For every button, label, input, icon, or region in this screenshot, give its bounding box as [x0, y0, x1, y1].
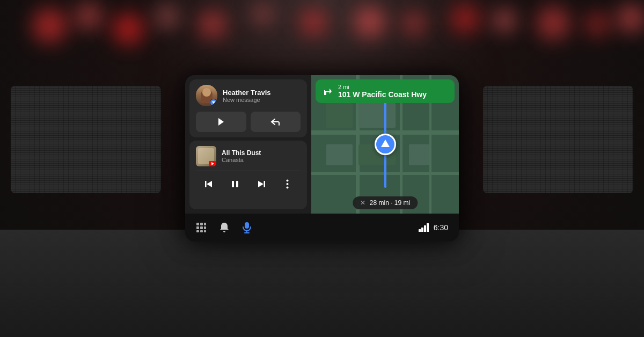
reply-message-button[interactable]	[251, 112, 301, 132]
next-track-button[interactable]	[253, 175, 270, 193]
svg-rect-14	[200, 226, 203, 229]
svg-rect-15	[204, 226, 206, 229]
svg-point-7	[287, 180, 289, 182]
map-block	[358, 103, 396, 128]
time-display: 6:30	[434, 223, 448, 232]
music-header: All This Dust Canasta	[196, 146, 301, 166]
eta-badge: ✕ 28 min · 19 mi	[353, 196, 418, 209]
map-block	[326, 103, 353, 128]
message-badge-icon	[210, 99, 217, 106]
message-info: Heather Travis New message	[223, 89, 301, 103]
infotainment-screen: Heather Travis New message	[185, 75, 459, 241]
svg-rect-24	[424, 225, 426, 232]
map-block	[409, 144, 430, 165]
svg-rect-17	[200, 230, 203, 232]
signal-icon	[419, 223, 429, 232]
message-subtitle: New message	[223, 97, 301, 103]
microphone-icon[interactable]	[242, 222, 252, 233]
message-actions	[196, 112, 301, 132]
svg-rect-10	[196, 223, 199, 225]
location-marker	[375, 134, 396, 155]
svg-rect-1	[205, 181, 207, 187]
map-block	[326, 144, 353, 165]
prev-track-button[interactable]	[200, 175, 217, 193]
bottom-bar: 6:30	[185, 214, 459, 241]
more-options-button[interactable]	[279, 175, 296, 193]
svg-rect-6	[264, 181, 265, 187]
navigation-arrow-icon	[381, 140, 390, 147]
svg-rect-25	[427, 223, 429, 232]
eta-text: 28 min · 19 mi	[370, 199, 410, 207]
nav-distance: 2 mi	[338, 84, 448, 90]
svg-point-9	[287, 187, 289, 189]
svg-rect-22	[419, 229, 421, 232]
eta-close-icon[interactable]: ✕	[360, 199, 365, 207]
svg-rect-23	[421, 228, 423, 232]
notifications-icon[interactable]	[219, 222, 229, 233]
song-title: All This Dust	[222, 149, 301, 157]
music-controls	[196, 175, 301, 193]
music-divider	[196, 171, 301, 171]
pause-button[interactable]	[226, 175, 244, 193]
svg-point-8	[287, 183, 289, 185]
nav-street: 101 W Pacific Coast Hwy	[338, 90, 448, 99]
bokeh-lights	[0, 0, 644, 86]
svg-marker-0	[218, 118, 224, 126]
svg-marker-2	[207, 181, 212, 187]
apps-icon[interactable]	[196, 222, 207, 233]
avatar	[196, 85, 217, 106]
svg-marker-5	[258, 181, 264, 187]
album-art	[196, 146, 216, 166]
nav-info: 2 mi 101 W Pacific Coast Hwy	[338, 84, 448, 99]
dashboard	[0, 230, 644, 337]
youtube-badge-icon	[209, 161, 216, 166]
turn-icon	[322, 85, 334, 97]
message-card: Heather Travis New message	[189, 79, 307, 137]
play-message-button[interactable]	[196, 112, 246, 132]
main-content-area: Heather Travis New message	[185, 75, 459, 214]
message-header: Heather Travis New message	[196, 85, 301, 106]
speaker-left	[11, 86, 161, 193]
contact-name: Heather Travis	[223, 89, 301, 97]
music-card: All This Dust Canasta	[189, 141, 307, 209]
svg-rect-12	[204, 223, 206, 225]
screen-content: Heather Travis New message	[185, 75, 459, 241]
left-panel: Heather Travis New message	[185, 75, 311, 214]
svg-rect-16	[196, 230, 199, 232]
svg-rect-13	[196, 226, 199, 229]
map-panel: 2 mi 101 W Pacific Coast Hwy ✕ 28 min · …	[311, 75, 459, 214]
svg-rect-11	[200, 223, 203, 225]
bottom-right-status: 6:30	[419, 223, 448, 232]
svg-rect-19	[245, 222, 249, 229]
song-artist: Canasta	[222, 157, 301, 163]
svg-rect-4	[236, 181, 238, 187]
music-info: All This Dust Canasta	[222, 149, 301, 163]
speaker-right	[483, 86, 633, 193]
svg-rect-18	[204, 230, 206, 232]
bottom-left-controls	[196, 222, 252, 233]
navigation-header: 2 mi 101 W Pacific Coast Hwy	[316, 79, 455, 103]
svg-rect-3	[232, 181, 234, 187]
